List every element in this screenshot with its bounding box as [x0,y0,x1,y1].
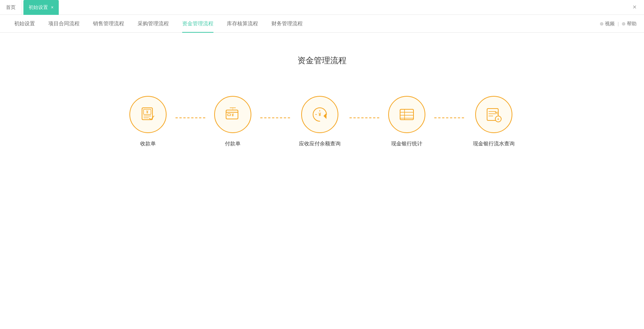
receipt-icon-circle: ¥ [129,96,167,133]
svg-text:¥: ¥ [146,110,148,114]
connector-4 [425,117,473,118]
payment-icon: ¥ [223,105,242,124]
main-content: 资金管理流程 ¥ 收款单 [0,33,644,147]
bank-stats-icon [397,105,416,124]
nav-item-financial-management[interactable]: 财务管理流程 [265,15,309,33]
page-title: 资金管理流程 [297,55,347,66]
svg-rect-7 [228,114,231,116]
nav-divider: | [618,21,619,26]
connector-1 [167,117,214,118]
active-tab-label: 初始设置 [29,4,48,11]
bank-flow-icon-circle: + [475,96,512,133]
flow-row: ¥ 收款单 ¥ [129,96,515,147]
bank-flow-label: 现金银行流水查询 [473,141,515,147]
top-bar: 首页 初始设置 × × [0,0,644,15]
svg-text:+: + [497,117,499,121]
nav-item-inventory-accounting[interactable]: 库存核算流程 [220,15,265,33]
flow-item-payment[interactable]: ¥ 付款单 [214,96,251,147]
flow-item-cash-bank-flow[interactable]: + 现金银行流水查询 [473,96,515,147]
window-close-button[interactable]: × [629,3,640,11]
connector-2 [251,117,299,118]
nav-item-sales-management[interactable]: 销售管理流程 [86,15,131,33]
flow-item-receivable-query[interactable]: ¥ 应收应付余额查询 [299,96,341,147]
bank-stats-label: 现金银行统计 [391,141,422,147]
active-tab-close-icon[interactable]: × [51,5,54,10]
connector-3 [341,117,388,118]
receivable-icon-circle: ¥ [301,96,338,133]
nav-item-purchase-management[interactable]: 采购管理流程 [131,15,176,33]
nav-item-initial-setup[interactable]: 初始设置 [7,15,42,33]
receivable-label: 应收应付余额查询 [299,141,341,147]
active-tab[interactable]: 初始设置 × [23,0,59,15]
receipt-label: 收款单 [140,141,156,147]
home-label: 首页 [6,4,16,11]
bank-stats-icon-circle [388,96,425,133]
svg-text:¥: ¥ [232,113,234,117]
flow-item-cash-bank-stats[interactable]: 现金银行统计 [388,96,425,147]
nav-right: ⊙ 视频 | ⊙ 帮助 [600,20,637,27]
bank-flow-icon: + [484,105,503,124]
payment-icon-circle: ¥ [214,96,251,133]
svg-text:¥: ¥ [319,112,321,117]
home-tab[interactable]: 首页 [0,0,22,15]
help-link[interactable]: ⊙ 帮助 [622,20,637,27]
nav-item-project-contract[interactable]: 项目合同流程 [42,15,86,33]
receipt-icon: ¥ [138,105,158,124]
nav-bar: 初始设置 项目合同流程 销售管理流程 采购管理流程 资金管理流程 库存核算流程 … [0,15,644,33]
video-link[interactable]: ⊙ 视频 [600,20,615,27]
nav-item-fund-management[interactable]: 资金管理流程 [176,15,220,33]
receivable-icon: ¥ [310,105,329,124]
flow-item-receipt[interactable]: ¥ 收款单 [129,96,167,147]
top-bar-right: × [629,3,644,11]
payment-label: 付款单 [225,141,241,147]
